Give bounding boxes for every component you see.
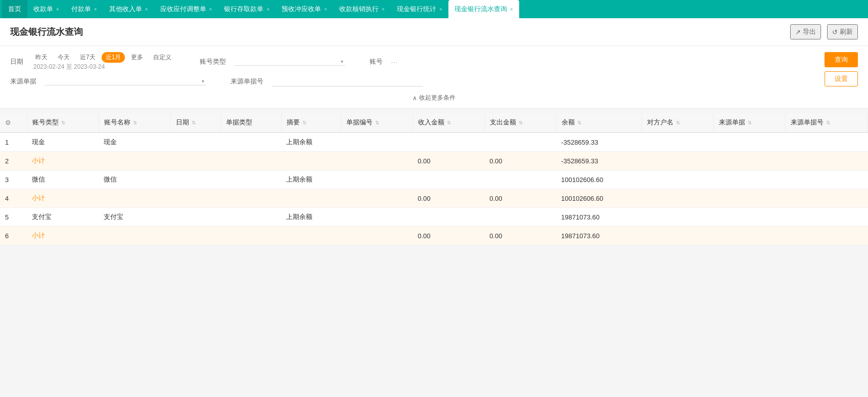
nav-tab-9[interactable]: 现金银行流水查询 × xyxy=(448,0,519,18)
nav-tab-5[interactable]: 银行存取款单 × xyxy=(218,0,276,18)
table-cell xyxy=(341,208,413,227)
nav-tab-4-close[interactable]: × xyxy=(209,7,212,12)
nav-tab-2-close[interactable]: × xyxy=(94,7,97,12)
col-counterparty[interactable]: 对方户名 ⇅ xyxy=(642,113,713,133)
table-cell xyxy=(642,170,713,189)
nav-tab-8[interactable]: 现金银行统计 × xyxy=(391,0,448,18)
nav-tab-4[interactable]: 应收应付调整单 × xyxy=(154,0,218,18)
nav-tab-6-label: 预收冲应收单 xyxy=(282,5,321,14)
table-cell xyxy=(170,189,220,208)
nav-tab-1[interactable]: 收款单 × xyxy=(27,0,65,18)
refresh-button[interactable]: ↺ 刷新 xyxy=(827,24,858,39)
page-header: 现金银行流水查询 ↗ 导出 ↺ 刷新 xyxy=(0,18,868,46)
col-account-type[interactable]: 账号类型 ⇅ xyxy=(27,113,99,133)
nav-tab-6[interactable]: 预收冲应收单 × xyxy=(276,0,333,18)
table-cell xyxy=(170,227,220,245)
account-type-select[interactable]: ▾ xyxy=(234,58,345,66)
table-row[interactable]: 5支付宝支付宝上期余额19871073.60 xyxy=(0,208,868,227)
sort-counterparty-icon: ⇅ xyxy=(676,120,680,125)
table-cell xyxy=(341,227,413,245)
nav-tab-8-close[interactable]: × xyxy=(439,7,442,12)
table-cell xyxy=(341,170,413,189)
col-date[interactable]: 日期 ⇅ xyxy=(170,113,220,133)
table-cell: 小计 xyxy=(27,227,99,245)
table-cell xyxy=(785,208,867,227)
nav-home[interactable]: 首页 xyxy=(2,0,27,18)
table-row[interactable]: 1现金现金上期余额-3528659.33 xyxy=(0,133,868,152)
query-button[interactable]: 查询 xyxy=(825,52,858,67)
nav-tab-3[interactable]: 其他收入单 × xyxy=(103,0,154,18)
nav-tab-7[interactable]: 收款核销执行 × xyxy=(333,0,391,18)
date-opt-1month[interactable]: 近1月 xyxy=(102,52,125,63)
table-cell xyxy=(281,152,341,170)
table-cell xyxy=(170,152,220,170)
sort-balance-icon: ⇅ xyxy=(577,120,581,125)
col-gear[interactable]: ⚙ xyxy=(0,113,27,133)
sort-account-name-icon: ⇅ xyxy=(133,120,137,125)
table-cell xyxy=(99,227,170,245)
col-doc-no[interactable]: 单据编号 ⇅ xyxy=(341,113,413,133)
table-cell xyxy=(221,227,282,245)
col-income[interactable]: 收入金额 ⇅ xyxy=(413,113,484,133)
table-cell: 0.00 xyxy=(484,189,556,208)
collapse-bar[interactable]: ∧ 收起更多条件 xyxy=(10,92,858,104)
table-cell: 微信 xyxy=(27,170,99,189)
table-row[interactable]: 3微信微信上期余额100102606.60 xyxy=(0,170,868,189)
date-opt-yesterday[interactable]: 昨天 xyxy=(31,52,52,63)
col-balance[interactable]: 余额 ⇅ xyxy=(556,113,642,133)
date-opt-today[interactable]: 今天 xyxy=(54,52,74,63)
col-account-name[interactable]: 账号名称 ⇅ xyxy=(99,113,170,133)
table-cell: 上期余额 xyxy=(281,208,341,227)
table-cell: 0.00 xyxy=(413,189,484,208)
table-cell xyxy=(221,152,282,170)
nav-tab-7-close[interactable]: × xyxy=(382,7,385,12)
data-table: ⚙ 账号类型 ⇅ 账号名称 ⇅ 日期 ⇅ 单据类型 摘要 ⇅ 单据编号 ⇅ xyxy=(0,113,868,245)
table-row[interactable]: 2小计0.000.00-3528659.33 xyxy=(0,152,868,170)
nav-tab-3-label: 其他收入单 xyxy=(109,5,142,14)
col-source-doc-no[interactable]: 来源单据号 ⇅ xyxy=(785,113,867,133)
settings-button[interactable]: 设置 xyxy=(825,71,858,86)
date-label: 日期 xyxy=(10,57,23,66)
sort-expense-icon: ⇅ xyxy=(519,120,523,125)
page-title: 现金银行流水查询 xyxy=(10,26,83,38)
col-source-doc[interactable]: 来源单据 ⇅ xyxy=(713,113,785,133)
table-cell: 上期余额 xyxy=(281,133,341,152)
table-cell xyxy=(713,133,785,152)
table-row[interactable]: 6小计0.000.0019871073.60 xyxy=(0,227,868,245)
source-doc-select[interactable]: ▾ xyxy=(44,77,206,85)
nav-tab-5-close[interactable]: × xyxy=(266,7,269,12)
account-label: 账号 xyxy=(370,57,383,66)
nav-tab-6-close[interactable]: × xyxy=(324,7,327,12)
date-opt-7days[interactable]: 近7天 xyxy=(76,52,100,63)
collapse-icon: ∧ xyxy=(413,95,417,102)
date-opt-custom[interactable]: 自定义 xyxy=(149,52,175,63)
table-cell: 100102606.60 xyxy=(556,170,642,189)
table-cell xyxy=(713,152,785,170)
table-cell xyxy=(642,189,713,208)
nav-tab-9-close[interactable]: × xyxy=(510,7,513,12)
refresh-label: 刷新 xyxy=(840,27,853,36)
table-cell xyxy=(99,152,170,170)
table-cell xyxy=(221,189,282,208)
date-filter-wrapper: 昨天 今天 近7天 近1月 更多 自定义 2023-02-24 至 2023-0… xyxy=(31,52,175,71)
nav-tab-4-label: 应收应付调整单 xyxy=(160,5,206,14)
table-cell: 小计 xyxy=(27,189,99,208)
table-cell xyxy=(170,208,220,227)
nav-tab-1-close[interactable]: × xyxy=(56,7,59,12)
source-doc-no-input[interactable] xyxy=(271,76,423,86)
table-cell xyxy=(221,133,282,152)
date-range-display: 2023-02-24 至 2023-03-24 xyxy=(33,63,175,71)
table-cell xyxy=(413,208,484,227)
table-cell: 0.00 xyxy=(484,152,556,170)
col-summary[interactable]: 摘要 ⇅ xyxy=(281,113,341,133)
nav-tab-3-close[interactable]: × xyxy=(145,7,148,12)
col-expense[interactable]: 支出金额 ⇅ xyxy=(484,113,556,133)
nav-tab-2[interactable]: 付款单 × xyxy=(65,0,103,18)
source-doc-label: 来源单据 xyxy=(10,77,36,86)
table-row[interactable]: 4小计0.000.00100102606.60 xyxy=(0,189,868,208)
gear-icon[interactable]: ⚙ xyxy=(5,119,11,126)
export-button[interactable]: ↗ 导出 xyxy=(790,24,821,39)
date-opt-more[interactable]: 更多 xyxy=(127,52,147,63)
account-ellipsis-button[interactable]: ··· xyxy=(391,58,398,66)
table-cell: 现金 xyxy=(27,133,99,152)
